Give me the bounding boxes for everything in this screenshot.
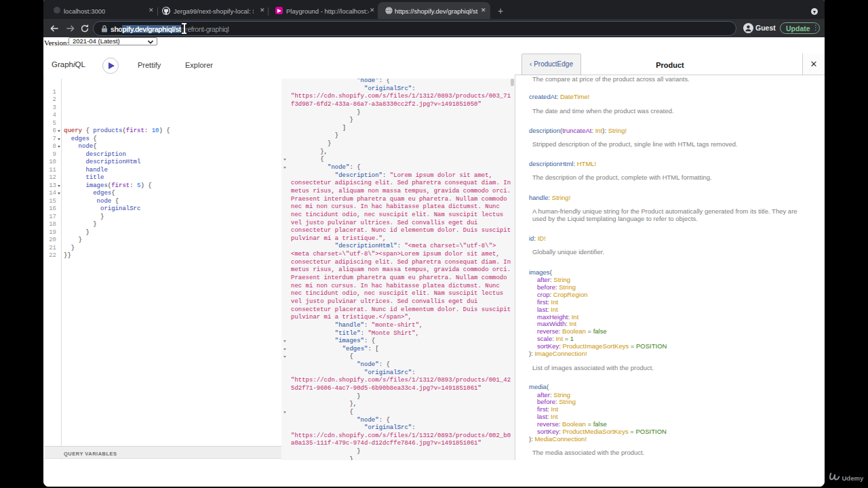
svg-text:Udemy: Udemy [842, 474, 864, 482]
